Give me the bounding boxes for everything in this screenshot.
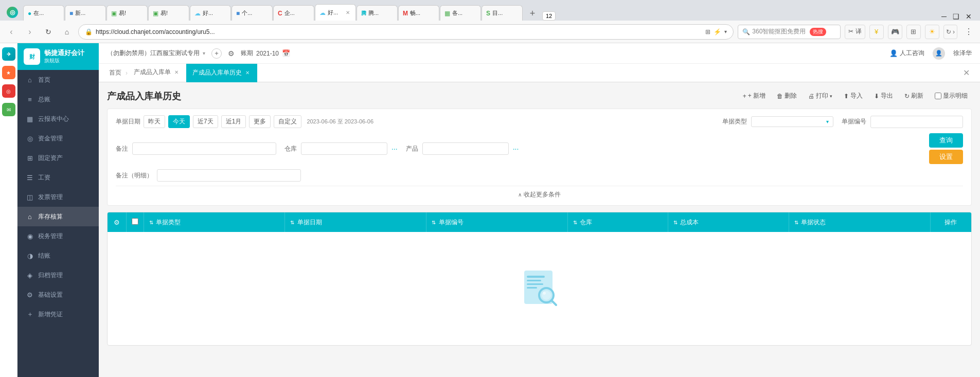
sidebar-item-fund[interactable]: ◎ 资金管理: [17, 129, 99, 148]
refresh-button[interactable]: ↻: [41, 25, 56, 39]
dropdown-arrow[interactable]: ▾: [724, 29, 727, 34]
calendar-icon[interactable]: 📅: [282, 49, 290, 57]
app-icon-2[interactable]: ★: [2, 66, 15, 79]
show-detail-checkbox[interactable]: 显示明细: [931, 89, 972, 102]
query-button[interactable]: 查询: [929, 133, 963, 148]
tab-list-tab2-active[interactable]: 产成品入库单历史 ✕: [186, 64, 257, 82]
select-all-checkbox[interactable]: [132, 218, 138, 225]
sidebar-item-basic-settings[interactable]: ⚙ 基础设置: [17, 285, 99, 304]
add-button[interactable]: + + 新增: [739, 89, 770, 102]
delete-button[interactable]: 🗑 删除: [773, 89, 801, 102]
export-button[interactable]: ⬇ 导出: [870, 89, 897, 102]
refresh-page-button[interactable]: ↻ 刷新: [900, 89, 928, 102]
sidebar-item-settle[interactable]: ◑ 结账: [17, 246, 99, 265]
user-avatar[interactable]: 👤: [933, 47, 945, 60]
add-company-button[interactable]: +: [211, 48, 222, 59]
sidebar-item-report-center[interactable]: ▦ 云报表中心: [17, 109, 99, 129]
th-total-cost[interactable]: ⇅ 总成本: [668, 212, 789, 232]
voucher-num-input[interactable]: [870, 116, 963, 128]
app-icon-main[interactable]: ✈: [2, 47, 15, 61]
minimize-button[interactable]: ─: [941, 12, 947, 21]
tab-10[interactable]: M 畅...: [398, 5, 439, 21]
forward-button[interactable]: ›: [23, 25, 37, 39]
game-tool[interactable]: 🎮: [888, 25, 902, 39]
th-settings[interactable]: ⚙: [108, 212, 126, 232]
show-detail-input[interactable]: [935, 93, 941, 99]
import-button[interactable]: ⬆ 导入: [840, 89, 867, 102]
tab2-close[interactable]: ✕: [244, 69, 251, 77]
warehouse-input[interactable]: [301, 142, 387, 155]
sidebar-item-home[interactable]: ⌂ 首页: [17, 70, 99, 89]
date-1month[interactable]: 近1月: [221, 115, 246, 128]
app-icon-4[interactable]: ✉: [2, 103, 15, 116]
tab-12[interactable]: S 目...: [482, 5, 523, 21]
date-yesterday[interactable]: 昨天: [144, 115, 165, 128]
warehouse-label: 仓库: [284, 145, 297, 153]
tab-8-close[interactable]: ✕: [344, 9, 351, 16]
settings-filter-button[interactable]: 设置: [929, 150, 963, 164]
gear-settings-button[interactable]: ⚙: [228, 49, 235, 58]
tab-3[interactable]: ▣ 易!: [106, 5, 148, 21]
sidebar-item-tax[interactable]: ◉ 税务管理: [17, 226, 99, 246]
back-button[interactable]: ‹: [4, 25, 19, 39]
browser-toolbar: ‹ › ↻ ⌂ 🔒 https://cloud.chanjet.com/acco…: [0, 21, 980, 43]
date-today[interactable]: 今天: [168, 115, 190, 128]
tab-6[interactable]: ■ 个...: [231, 5, 273, 21]
tab-8-active[interactable]: ☁ 好... ✕: [315, 4, 356, 21]
cut-tools[interactable]: ✂ 译: [845, 25, 865, 39]
user-name[interactable]: 徐泽华: [953, 49, 972, 58]
date-custom[interactable]: 自定义: [274, 115, 301, 128]
more-tool[interactable]: ⋮: [961, 25, 976, 39]
sidebar-item-inventory[interactable]: ⌂ 库存核算: [17, 207, 99, 226]
tab-list-tab1[interactable]: 产成品入库单 ✕: [128, 64, 186, 82]
tab-new-button[interactable]: +: [525, 6, 540, 21]
print-button[interactable]: 🖨 打印 ▾: [804, 89, 836, 102]
tab-2[interactable]: ■ 新...: [65, 5, 106, 21]
secure-icon: 🔒: [85, 28, 93, 35]
tab1-close[interactable]: ✕: [173, 69, 180, 76]
date-7days[interactable]: 近7天: [193, 115, 218, 128]
app-icon-3[interactable]: ◎: [2, 84, 15, 98]
close-button[interactable]: ✕: [966, 12, 972, 21]
sidebar-item-payroll[interactable]: ☰ 工资: [17, 168, 99, 187]
tab-9[interactable]: 腾 腾...: [357, 5, 398, 21]
breadcrumb-home[interactable]: 首页: [105, 68, 126, 77]
maximize-button[interactable]: ❑: [953, 12, 959, 21]
collapse-button[interactable]: ∧ 收起更多条件: [518, 190, 561, 199]
home-button[interactable]: ⌂: [60, 25, 74, 39]
th-type[interactable]: ⇅ 单据类型: [144, 212, 285, 232]
sidebar-item-new-voucher[interactable]: ＋ 新增凭证: [17, 304, 99, 324]
company-selector[interactable]: （勿删勿禁用）江西服宝测试专用 ▾: [107, 49, 205, 58]
th-date[interactable]: ⇅ 单据日期: [285, 212, 426, 232]
product-input[interactable]: [422, 142, 509, 155]
tab-7[interactable]: C 企...: [273, 5, 314, 21]
th-number[interactable]: ⇅ 单据编号: [426, 212, 568, 232]
browser-icon[interactable]: ◎: [4, 4, 21, 21]
remark-detail-input[interactable]: [157, 169, 301, 182]
type-select[interactable]: ▾: [751, 116, 833, 127]
grid-tool[interactable]: ⊞: [906, 25, 921, 39]
tab-11[interactable]: ▦ 各...: [440, 5, 481, 21]
th-warehouse[interactable]: ⇅ 仓库: [568, 212, 668, 232]
product-dots[interactable]: ···: [513, 145, 519, 153]
sidebar-label-inventory: 库存核算: [38, 212, 63, 221]
service-button[interactable]: 👤 人工咨询: [889, 49, 924, 58]
theme-tool[interactable]: ☀: [925, 25, 939, 39]
close-panel-button[interactable]: ✕: [959, 68, 974, 78]
address-bar[interactable]: 🔒 https://cloud.chanjet.com/accounting/u…: [78, 24, 734, 40]
sidebar-item-fixed-assets[interactable]: ⊞ 固定资产: [17, 148, 99, 168]
th-checkbox[interactable]: [126, 212, 144, 232]
tab-4[interactable]: ▣ 易!: [148, 5, 189, 21]
warehouse-dots[interactable]: ···: [391, 145, 398, 153]
th-status[interactable]: ⇅ 单据状态: [789, 212, 930, 232]
date-more[interactable]: 更多: [249, 115, 271, 128]
search-bar[interactable]: 🔍 360智能抠图免费用 热搜: [738, 25, 841, 39]
sidebar-item-general-ledger[interactable]: ≡ 总账: [17, 89, 99, 109]
sidebar-item-invoice[interactable]: ◫ 发票管理: [17, 187, 99, 207]
tab-1[interactable]: ● 在...: [23, 5, 64, 21]
sidebar-item-archive[interactable]: ◈ 归档管理: [17, 265, 99, 285]
tab-5[interactable]: ☁ 好...: [190, 5, 231, 21]
remark-input[interactable]: [132, 142, 276, 155]
currency-tool[interactable]: ¥: [869, 25, 884, 39]
sync-tool[interactable]: ↻ ›: [943, 25, 957, 39]
